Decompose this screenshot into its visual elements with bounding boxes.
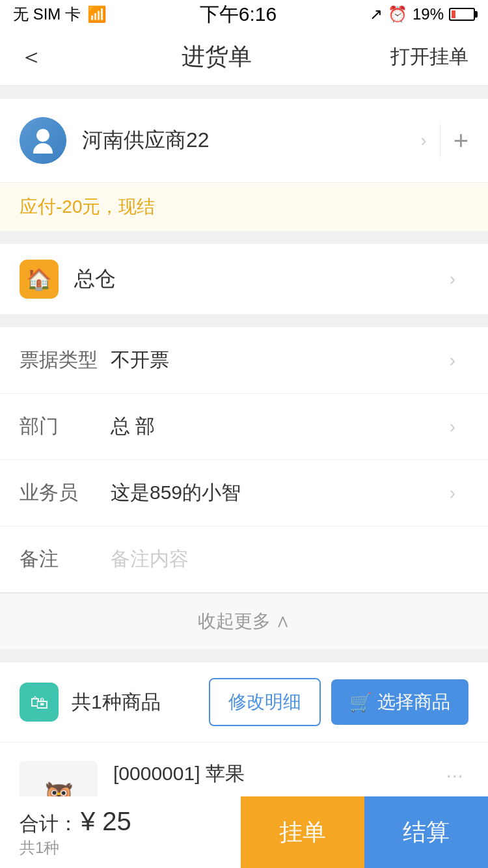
chevron-right-icon: › [450, 483, 455, 504]
total-section: 合计： ¥ 25 共1种 [0, 796, 241, 868]
product-title: 苹果 [206, 763, 245, 784]
total-prefix: 合计： [20, 811, 78, 837]
carrier-label: 无 SIM 卡 [13, 4, 81, 25]
invoice-type-label: 票据类型 [20, 347, 104, 373]
warehouse-row[interactable]: 🏠 总仓 › [0, 244, 488, 314]
form-section: 票据类型 不开票 › 部门 总 部 › 业务员 这是859的小智 › 备注 备注… [0, 327, 488, 649]
remark-label: 备注 [20, 546, 104, 573]
wifi-icon: 📶 [87, 5, 107, 23]
remark-input[interactable]: 备注内容 [104, 546, 468, 573]
credit-notice: 应付-20元，现结 [0, 183, 488, 231]
chevron-right-icon: › [450, 350, 455, 371]
gap-3 [0, 314, 488, 327]
warehouse-section[interactable]: 🏠 总仓 › [0, 244, 488, 314]
select-product-label: 选择商品 [377, 690, 450, 714]
time-label: 下午6:16 [200, 1, 277, 28]
remark-row[interactable]: 备注 备注内容 [0, 526, 488, 593]
chevron-right-icon: › [450, 416, 455, 437]
product-count: 共1种商品 [72, 689, 209, 716]
battery-percent: 19% [413, 5, 444, 23]
product-header: 🛍 共1种商品 修改明细 🛒 选择商品 [0, 662, 488, 742]
invoice-type-value: 不开票 [104, 347, 450, 373]
back-button[interactable]: ＜ [20, 41, 43, 73]
bottom-bar: 合计： ¥ 25 共1种 挂单 结算 [0, 796, 488, 868]
supplier-section: 河南供应商22 › + 应付-20元，现结 [0, 99, 488, 231]
shopping-icon: 🛍 [30, 692, 48, 713]
warehouse-icon: 🏠 [20, 260, 59, 299]
product-code: [0000001] [113, 763, 200, 784]
divider [440, 124, 441, 157]
house-icon: 🏠 [26, 267, 52, 292]
warehouse-name: 总仓 [74, 265, 450, 293]
total-amount: ¥ 25 [81, 807, 131, 836]
gap-1 [0, 86, 488, 99]
checkout-button[interactable]: 结算 [364, 796, 488, 868]
chevron-right-icon: › [450, 269, 455, 290]
department-row[interactable]: 部门 总 部 › [0, 394, 488, 460]
gap-4 [0, 649, 488, 662]
product-icon-wrap: 🛍 [20, 683, 59, 722]
open-hang-button[interactable]: 打开挂单 [390, 44, 468, 70]
edit-detail-button[interactable]: 修改明细 [209, 678, 321, 726]
department-value: 总 部 [104, 413, 450, 440]
page-title: 进货单 [182, 41, 252, 73]
more-button[interactable]: ··· [441, 761, 468, 790]
department-label: 部门 [20, 413, 104, 440]
nav-bar: ＜ 进货单 打开挂单 [0, 29, 488, 86]
total-sub: 共1种 [20, 837, 221, 858]
salesman-row[interactable]: 业务员 这是859的小智 › [0, 460, 488, 526]
cart-icon: 🛒 [349, 692, 372, 713]
collapse-button[interactable]: 收起更多 ∧ [0, 593, 488, 649]
status-bar: 无 SIM 卡 📶 下午6:16 ↗ ⏰ 19% [0, 0, 488, 29]
battery-icon [449, 8, 475, 21]
supplier-row[interactable]: 河南供应商22 › + [0, 99, 488, 183]
status-right: ↗ ⏰ 19% [370, 5, 475, 23]
location-icon: ↗ [370, 5, 383, 23]
product-name: [0000001] 苹果 [113, 761, 441, 787]
salesman-label: 业务员 [20, 480, 104, 506]
alarm-icon: ⏰ [388, 5, 407, 23]
avatar [20, 117, 66, 164]
gap-2 [0, 231, 488, 244]
salesman-value: 这是859的小智 [104, 480, 450, 506]
status-left: 无 SIM 卡 📶 [13, 4, 107, 25]
hang-button[interactable]: 挂单 [241, 796, 364, 868]
select-product-button[interactable]: 🛒 选择商品 [331, 679, 468, 725]
add-icon[interactable]: + [454, 126, 468, 156]
chevron-right-icon: › [420, 130, 426, 151]
invoice-type-row[interactable]: 票据类型 不开票 › [0, 327, 488, 394]
supplier-name: 河南供应商22 [82, 126, 420, 155]
person-icon [31, 129, 55, 152]
